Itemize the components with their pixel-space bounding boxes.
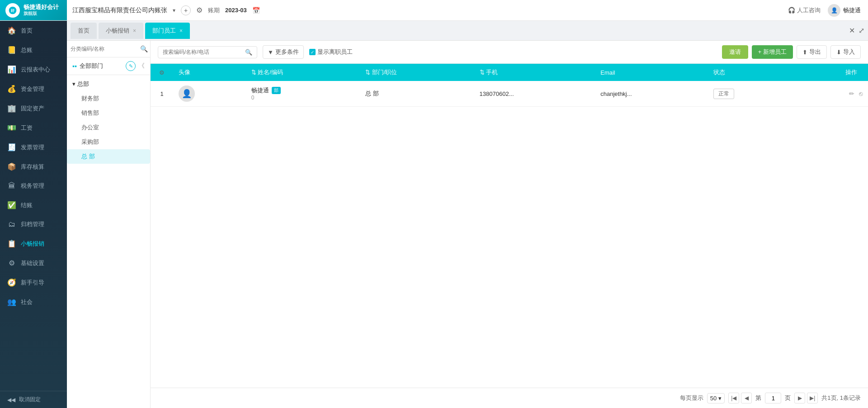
sidebar-label-ledger: 总账 (21, 46, 33, 54)
tab-expense[interactable]: 小畅报销 × (99, 23, 143, 39)
dept-general-selected[interactable]: 总 部 (67, 149, 150, 164)
sidebar-item-inventory[interactable]: 📦 库存核算 (0, 157, 67, 176)
pin-label: 取消固定 (19, 396, 41, 403)
col-name[interactable]: ⇅ 姓名/编码 (246, 64, 360, 81)
sidebar-item-archive[interactable]: 🗂 归档管理 (0, 215, 67, 234)
home-icon: 🏠 (7, 26, 16, 35)
import-button[interactable]: ⬇ 导入 (830, 45, 861, 59)
show-resigned-label: 显示离职员工 (317, 48, 353, 56)
col-actions: 操作 (793, 64, 868, 81)
row-actions-cell: ✏ ⎋ (793, 81, 868, 107)
company-name: 江西服宝精品有限责任公司内账张 (72, 6, 167, 14)
sidebar-label-archive: 归档管理 (21, 220, 44, 228)
user-name: 畅捷通 (843, 6, 861, 14)
sidebar-item-payroll[interactable]: 💵 工资 (0, 118, 67, 138)
reports-icon: 📊 (7, 65, 16, 74)
invoice-icon: 🧾 (7, 143, 16, 152)
page-size-dropdown-icon: ▾ (718, 395, 722, 402)
calendar-icon[interactable]: 📅 (252, 7, 260, 14)
sidebar-item-ledger[interactable]: 📒 总账 (0, 40, 67, 60)
filter-button[interactable]: ▼ 更多条件 (263, 45, 304, 59)
sidebar-item-reports[interactable]: 📊 云报表中心 (0, 60, 67, 79)
invite-button[interactable]: 邀请 (722, 45, 748, 59)
sidebar: 🏠 首页 📒 总账 📊 云报表中心 💰 资金管理 🏢 固定资产 💵 工资 🧾 发… (0, 21, 67, 408)
employee-toolbar: 🔍 ▼ 更多条件 ✓ 显示离职员工 邀请 + 新增员工 ⬆ (151, 41, 868, 64)
collapse-button[interactable]: 《 (138, 62, 145, 70)
sidebar-pin-button[interactable]: ◀◀ 取消固定 (0, 391, 67, 408)
sidebar-item-settings[interactable]: ⚙ 基础设置 (0, 253, 67, 273)
content-area: 首页 小畅报销 × 部门员工 × ✕ ⤢ 🔍 (67, 21, 868, 408)
sidebar-label-tax: 税务管理 (21, 182, 44, 190)
avatar: 👤 (828, 4, 840, 17)
tab-expense-close[interactable]: × (133, 28, 136, 34)
employee-phone: 138070602... (480, 90, 514, 97)
dept-edit-button[interactable]: ✎ (126, 61, 136, 71)
tab-department-label: 部门员工 (152, 27, 176, 35)
sidebar-label-reports: 云报表中心 (21, 66, 50, 74)
sidebar-item-checkout[interactable]: ✅ 结账 (0, 195, 67, 215)
tab-department-close[interactable]: × (179, 28, 183, 34)
dept-purchase[interactable]: 采购部 (67, 135, 150, 149)
dept-office[interactable]: 办公室 (67, 120, 150, 135)
period-value: 2023-03 (225, 7, 247, 14)
sidebar-label-invoice: 发票管理 (21, 143, 44, 152)
add-employee-button[interactable]: + 新增员工 (752, 45, 793, 59)
logout-button[interactable]: ⎋ (859, 90, 863, 97)
add-company-button[interactable]: + (181, 5, 191, 15)
col-phone[interactable]: ⇅ 手机 (474, 64, 595, 81)
tab-home[interactable]: 首页 (71, 23, 97, 39)
last-page-button[interactable]: ▶| (807, 393, 818, 403)
prev-page-button[interactable]: ◀ (741, 393, 752, 403)
sidebar-item-assets[interactable]: 🏢 固定资产 (0, 99, 67, 118)
toolbar-right: 邀请 + 新增员工 ⬆ 导出 ⬇ 导入 (722, 45, 861, 59)
dept-search-icon[interactable]: 🔍 (140, 45, 148, 52)
inventory-icon: 📦 (7, 162, 16, 171)
row-status-cell: 正常 (708, 81, 793, 107)
page-input[interactable] (765, 393, 781, 403)
dept-root-header[interactable]: ▪▪ 全部部门 ✎ 《 (67, 57, 150, 75)
sidebar-item-more[interactable]: 👥 社会 (0, 292, 67, 312)
export-button[interactable]: ⬆ 导出 (797, 45, 827, 59)
page-size-select[interactable]: 50 ▾ (707, 393, 725, 403)
next-page-button[interactable]: ▶ (794, 393, 805, 403)
logo-icon: 好 (5, 3, 20, 18)
col-email: Email (595, 64, 708, 81)
show-resigned-checkbox[interactable]: ✓ (309, 49, 316, 55)
sidebar-item-home[interactable]: 🏠 首页 (0, 21, 67, 40)
table-row: 1 👤 畅捷通 部 (151, 81, 868, 107)
settings-icon[interactable]: ⚙ (196, 6, 203, 14)
employee-search-field[interactable]: 🔍 (158, 46, 257, 58)
total-info: 共1页, 1条记录 (821, 394, 861, 402)
sidebar-label-inventory: 库存核算 (21, 163, 44, 171)
fullscreen-icon[interactable]: ⤢ (859, 26, 864, 35)
user-info[interactable]: 👤 畅捷通 (828, 4, 861, 17)
col-settings[interactable]: ⚙ (151, 64, 173, 81)
col-dept[interactable]: ⇅ 部门/职位 (360, 64, 474, 81)
employee-dept: 总 部 (365, 90, 379, 97)
employee-search-input[interactable] (163, 49, 242, 55)
dept-finance[interactable]: 财务部 (67, 91, 150, 106)
sidebar-item-tax[interactable]: 🏛 税务管理 (0, 176, 67, 195)
first-page-button[interactable]: |◀ (728, 393, 739, 403)
sidebar-item-guide[interactable]: 🧭 新手引导 (0, 273, 67, 292)
col-avatar: 头像 (173, 64, 246, 81)
status-badge: 正常 (713, 89, 734, 99)
logo-area: 好 畅捷通好会计 旗舰版 (0, 0, 67, 20)
sidebar-item-funds[interactable]: 💰 资金管理 (0, 79, 67, 99)
dept-search-input[interactable] (71, 46, 138, 52)
edit-button[interactable]: ✏ (849, 90, 854, 97)
employee-email: chanjethkj... (600, 90, 632, 97)
pagination-bar: 每页显示 50 ▾ |◀ ◀ 第 页 ▶ ▶| 共1页, 1条记录 (151, 388, 868, 408)
close-tab-icon[interactable]: ✕ (849, 26, 855, 35)
sidebar-label-funds: 资金管理 (21, 85, 44, 93)
dept-sales[interactable]: 销售部 (67, 106, 150, 120)
tab-department[interactable]: 部门员工 × (145, 23, 190, 39)
show-resigned-toggle[interactable]: ✓ 显示离职员工 (309, 48, 353, 56)
sidebar-label-more: 社会 (21, 298, 33, 306)
service-button[interactable]: 🎧 人工咨询 (788, 6, 821, 14)
sidebar-item-invoice[interactable]: 🧾 发票管理 (0, 138, 67, 157)
dept-parent-hq[interactable]: ▾ 总部 (67, 77, 150, 91)
company-dropdown-icon[interactable]: ▾ (173, 7, 175, 14)
employee-search-icon[interactable]: 🔍 (245, 49, 252, 56)
sidebar-item-expense[interactable]: 📋 小畅报销 (0, 234, 67, 253)
